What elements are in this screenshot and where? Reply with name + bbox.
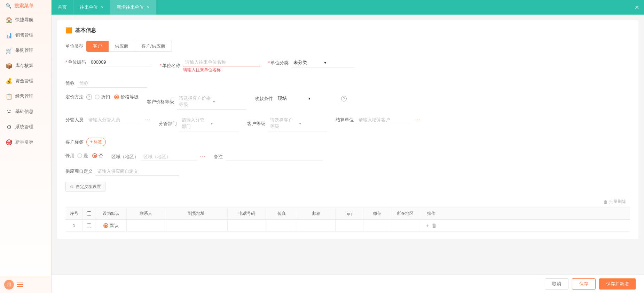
customer-price-label: 客户价格等级 — [147, 99, 174, 105]
section-title: 🟧 基本信息 — [65, 27, 630, 34]
supplier-custom-input[interactable] — [95, 167, 179, 176]
row-email[interactable] — [297, 220, 336, 231]
operations-icon: 📋 — [6, 93, 13, 100]
sidebar-item-inventory[interactable]: 📦库存核算 — [0, 58, 51, 73]
disabled-yes-radio[interactable]: 是 — [77, 153, 88, 159]
disabled-no-radio[interactable]: 否 — [92, 153, 103, 159]
sidebar-toggle[interactable] — [17, 283, 23, 287]
sidebar-item-purchase[interactable]: 🛒采购管理 — [0, 43, 51, 58]
payment-help-icon[interactable]: ? — [341, 96, 347, 101]
manager-input[interactable] — [86, 116, 142, 124]
customer-level-field: 客户等级 请选择客户等级 ▼ — [247, 116, 327, 131]
unit-code-input[interactable] — [89, 58, 151, 66]
manager-field: 分管人员 ··· — [65, 116, 150, 124]
purchase-icon: 🛒 — [6, 47, 13, 54]
phone-input[interactable] — [230, 223, 264, 228]
row-qq[interactable] — [336, 220, 363, 231]
region-label: 区域（地区） — [111, 154, 139, 160]
tab-home[interactable]: 首页 — [52, 0, 73, 15]
customer-price-select[interactable]: 请选择客户价格等级 ▼ — [177, 94, 246, 109]
row-region[interactable] — [391, 220, 419, 231]
payment-select[interactable]: 现结 ▼ — [276, 94, 338, 103]
unit-name-input[interactable] — [183, 58, 260, 66]
disabled-row: 停用 是 否 区域（地区） ··· — [65, 153, 630, 161]
unit-name-wrap: 请输入往来单位名称 — [183, 58, 260, 73]
region-input[interactable] — [141, 153, 197, 161]
row-contact[interactable] — [127, 220, 165, 231]
col-header-address: 到货地址 — [165, 208, 228, 219]
col-header-check — [83, 208, 95, 219]
search-menu[interactable]: 🔍 搜索菜单 — [0, 0, 51, 12]
dept-select[interactable]: 请输入分管部门 ▼ — [180, 116, 239, 131]
disabled-radio-group: 是 否 — [77, 153, 103, 159]
col-header-region: 所在地区 — [391, 208, 419, 219]
sidebar-item-finance[interactable]: 💰资金管理 — [0, 73, 51, 89]
sidebar-item-sales[interactable]: 📊销售管理 — [0, 27, 51, 43]
row-fax[interactable] — [266, 220, 297, 231]
custom-settings-button[interactable]: ⚙ 自定义项设置 — [65, 182, 105, 192]
contact-input[interactable] — [129, 223, 163, 228]
search-icon: 🔍 — [6, 3, 11, 9]
settlement-more-button[interactable]: ··· — [415, 117, 421, 123]
delete-row-button[interactable]: 🗑 — [432, 223, 437, 228]
sidebar-item-guide[interactable]: 🎯新手引导 — [0, 135, 51, 150]
row-default: 默认 — [95, 220, 127, 231]
contacts-table: 🗑 批量删除 序号 设为默认 联系人 到货地址 电话号码 传真 邮箱 qq 微信… — [65, 196, 630, 232]
sidebar: 🔍 搜索菜单 🏠快捷导航📊销售管理🛒采购管理📦库存核算💰资金管理📋经营管理🗂基础… — [0, 0, 52, 293]
window-close-button[interactable]: ✕ — [630, 4, 644, 11]
note-field: 备注 — [214, 153, 323, 161]
tab-close-icon[interactable]: ✕ — [147, 5, 150, 10]
unit-category-select[interactable]: 未分类 ▼ — [291, 58, 354, 67]
trash-icon: 🗑 — [604, 200, 608, 204]
batch-delete-button[interactable]: 🗑 批量删除 — [604, 199, 626, 205]
qq-input[interactable] — [338, 223, 361, 228]
note-input[interactable] — [226, 153, 323, 161]
disabled-label: 停用 — [65, 153, 74, 159]
settlement-input[interactable] — [356, 116, 412, 124]
row-address[interactable] — [165, 220, 228, 231]
email-input[interactable] — [299, 223, 333, 228]
add-tag-button[interactable]: + 标签 — [86, 138, 106, 146]
address-input[interactable] — [167, 223, 225, 228]
default-radio[interactable]: 默认 — [103, 222, 119, 229]
sidebar-item-system[interactable]: ⚙系统管理 — [0, 119, 51, 135]
add-row-button[interactable]: + — [426, 223, 429, 228]
region-field: 区域（地区） ··· — [111, 153, 205, 161]
select-all-checkbox[interactable] — [87, 211, 91, 216]
col-header-wechat: 微信 — [363, 208, 391, 219]
row-phone[interactable] — [228, 220, 266, 231]
fax-input[interactable] — [268, 223, 295, 228]
pricing-discount-radio[interactable]: 折扣 — [95, 94, 110, 100]
row-check[interactable] — [83, 221, 95, 231]
sidebar-item-quick-nav[interactable]: 🏠快捷导航 — [0, 12, 51, 27]
sidebar-item-base-info[interactable]: 🗂基础信息 — [0, 104, 51, 119]
row-checkbox[interactable] — [87, 223, 91, 228]
type-btn-customer[interactable]: 客户 — [86, 41, 109, 52]
supplier-custom-field: 供应商自定义 — [65, 167, 179, 176]
type-btn-supplier[interactable]: 供应商 — [109, 41, 135, 52]
wechat-input[interactable] — [366, 223, 389, 228]
pricing-help-icon[interactable]: ? — [86, 94, 92, 100]
tab-contacts[interactable]: 往来单位✕ — [73, 0, 110, 15]
tab-new-contact[interactable]: 新增往来单位✕ — [110, 0, 156, 15]
save-button[interactable]: 保存 — [572, 278, 596, 290]
type-btn-both[interactable]: 客户/供应商 — [135, 41, 172, 52]
default-radio-circle — [103, 223, 108, 228]
tab-label: 新增往来单位 — [117, 4, 144, 10]
sidebar-item-operations[interactable]: 📋经营管理 — [0, 89, 51, 104]
region-row-input[interactable] — [393, 223, 417, 228]
region-more-button[interactable]: ··· — [200, 154, 205, 160]
sidebar-item-label: 快捷导航 — [15, 17, 33, 23]
customer-level-select[interactable]: 请选择客户等级 ▼ — [268, 116, 327, 131]
sidebar-item-label: 资金管理 — [15, 78, 33, 84]
row-wechat[interactable] — [363, 220, 391, 231]
save-new-button[interactable]: 保存并新增 — [599, 278, 636, 290]
sidebar-item-label: 销售管理 — [15, 32, 33, 38]
sidebar-item-label: 采购管理 — [15, 47, 33, 54]
sidebar-item-label: 库存核算 — [15, 63, 33, 69]
manager-more-button[interactable]: ··· — [145, 117, 150, 123]
pricing-level-radio[interactable]: 价格等级 — [114, 94, 139, 100]
abbr-input[interactable] — [77, 79, 147, 88]
cancel-button[interactable]: 取消 — [545, 278, 568, 290]
tab-close-icon[interactable]: ✕ — [101, 5, 104, 10]
